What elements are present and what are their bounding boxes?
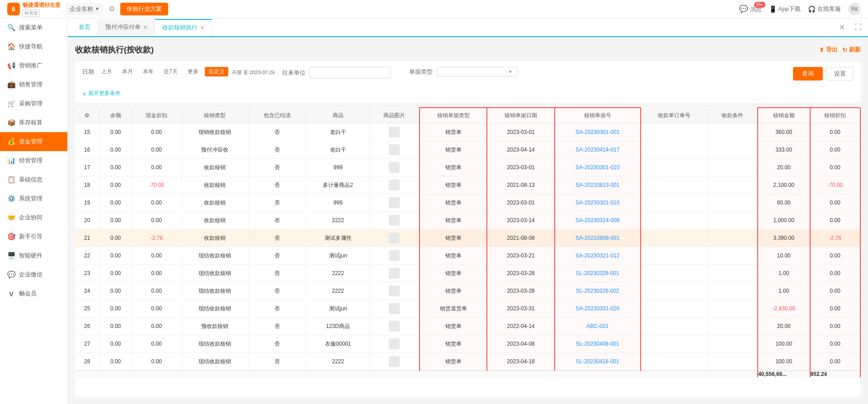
sidebar-item-sales[interactable]: 💼 销售管理 (0, 75, 67, 94)
message-button[interactable]: 💬 99+ 消息 (739, 5, 762, 14)
partner-input[interactable] (309, 67, 391, 78)
voucher-no-link[interactable]: SL-20230328-001 (576, 270, 619, 276)
voucher-no-link[interactable]: SA-20210813-001 (576, 182, 619, 188)
marketing-icon: 📢 (7, 62, 15, 70)
company-selector[interactable]: 企业名称 ▼ (66, 3, 103, 15)
sidebar: 🔍 搜索菜单 🏠 快捷导航 📢 营销推广 💼 销售管理 🛒 采购管理 📦 库存核… (0, 18, 68, 404)
cell-collection-cond (708, 282, 758, 300)
sidebar-item-hardware[interactable]: 🖥️ 智能硬件 (0, 246, 67, 265)
window-maximize-button[interactable]: ⛶ (852, 21, 864, 33)
cell-voucher-no[interactable]: SA-20230301-010 (555, 194, 641, 212)
cell-voucher-no[interactable]: SA-20230414-017 (555, 141, 641, 159)
date-opt-this-month[interactable]: 本月 (118, 67, 137, 76)
tab-close-icon[interactable]: ✕ (143, 24, 147, 30)
logo-icon: 6 (7, 3, 20, 15)
sidebar-item-enterprise[interactable]: 🤝 企业协同 (0, 208, 67, 227)
col-header-gear[interactable]: ⚙ (75, 108, 99, 124)
date-options: 上月 本月 本年 近7天 更多 自定义 (98, 67, 228, 76)
col-header-goods-img: 商品图片 (369, 108, 420, 124)
table-row: 27 0.00 0.00 现结收款核销 否 衣服00001 销货单 2023-0… (75, 335, 860, 353)
cell-goods-img (369, 353, 420, 371)
cell-collection-cond (708, 335, 758, 353)
cell-voucher-no[interactable]: SL-20230408-001 (555, 335, 641, 353)
cell-voucher-type: 销货单 (420, 335, 487, 353)
sidebar-item-inventory[interactable]: 📦 库存核算 (0, 113, 67, 132)
cell-voucher-no[interactable]: SA-20230331-026 (555, 300, 641, 318)
cell-voucher-no[interactable]: SL-20230328-001 (555, 265, 641, 282)
voucher-no-link[interactable]: SA-20230331-026 (576, 305, 619, 312)
cell-voucher-no[interactable]: SL-20230328-002 (555, 282, 641, 300)
expand-more-button[interactable]: ∨ 展开更多条件 (82, 90, 854, 97)
cell-voucher-no[interactable]: SA-20210813-001 (555, 176, 641, 194)
industry-button[interactable]: 休验行业方案 (120, 3, 168, 15)
cell-discount: 0.00 (810, 265, 860, 282)
voucher-no-link[interactable]: SA-20230301-010 (576, 164, 619, 171)
cell-goods-img (369, 124, 420, 141)
cell-balance: 0.00 (99, 141, 132, 159)
sidebar-item-purchase[interactable]: 🛒 采购管理 (0, 94, 67, 113)
sidebar-item-quicknav[interactable]: 🏠 快捷导航 (0, 37, 67, 56)
voucher-no-link[interactable]: SL-20230328-002 (576, 288, 619, 294)
window-close-button[interactable]: ✕ (835, 21, 848, 33)
refresh-icon: ↻ (842, 47, 847, 53)
cell-voucher-no[interactable]: SA-20230314-008 (555, 212, 641, 229)
sidebar-item-operations[interactable]: 📊 经营管理 (0, 151, 67, 170)
user-avatar[interactable]: Rit (848, 3, 861, 15)
sidebar-item-label: 系统管理 (19, 195, 42, 203)
cell-amount: 20.00 (758, 159, 810, 176)
tab-collection[interactable]: 收款核销执行 ✕ (155, 19, 212, 35)
cell-voucher-date: 2023-03-21 (487, 247, 554, 265)
sidebar-item-marketing[interactable]: 📢 营销推广 (0, 56, 67, 75)
cell-goods: 测试jun (307, 247, 369, 265)
voucher-no-link[interactable]: SA-20230321-012 (576, 252, 619, 259)
sidebar-item-basic[interactable]: 📋 基础信息 (0, 170, 67, 189)
date-opt-more[interactable]: 更多 (184, 67, 202, 76)
cell-goods: 衣服00001 (307, 335, 369, 353)
settings-button[interactable]: 设置 (826, 67, 854, 81)
voucher-no-link[interactable]: SA-20230301-010 (576, 200, 619, 206)
cell-collection-order (641, 300, 708, 318)
cell-collection-cond (708, 141, 758, 159)
tab-close-icon[interactable]: ✕ (200, 25, 204, 31)
cell-collection-order (641, 318, 708, 335)
sidebar-item-system[interactable]: ⚙️ 系统管理 (0, 189, 67, 208)
sidebar-item-wechat[interactable]: 💬 企业微信 (0, 265, 67, 284)
sidebar-item-member[interactable]: V 畅会员 (0, 284, 67, 303)
voucher-no-link[interactable]: SL-20230408-001 (576, 341, 619, 347)
gear-settings-icon[interactable]: ⚙ (108, 5, 115, 13)
cell-goods-img (369, 141, 420, 159)
date-opt-custom[interactable]: 自定义 (205, 67, 228, 76)
sidebar-item-finance[interactable]: 💰 资金管理 (0, 132, 67, 151)
voucher-no-link[interactable]: SA-20230314-008 (576, 217, 619, 223)
tab-home[interactable]: 首页 (71, 19, 98, 35)
voucher-no-link[interactable]: SA-20210808-001 (576, 235, 619, 241)
cell-voucher-no[interactable]: ABC-001 (555, 318, 641, 335)
export-button[interactable]: ⬆ 导出 (819, 46, 838, 54)
voucher-type-select[interactable]: ▼ (436, 67, 518, 76)
data-table-container: ⚙ 余额 现金折扣 核销类型 包含已结清 商品 商品图片 核销单据类型 核销单据… (75, 107, 861, 397)
query-button[interactable]: 查询 (793, 67, 823, 81)
filter-bar: 日期 上月 本月 本年 近7天 更多 自定义 不限 至 2023-07-26 往… (75, 62, 861, 103)
voucher-no-link[interactable]: SL-20230418-001 (576, 358, 619, 365)
date-opt-this-year[interactable]: 本年 (139, 67, 157, 76)
cell-goods: 测试jun (307, 300, 369, 318)
cell-voucher-no[interactable]: SA-20210808-001 (555, 229, 641, 247)
cell-voucher-no[interactable]: SA-20230301-001 (555, 124, 641, 141)
refresh-button[interactable]: ↻ 刷新 (842, 46, 861, 54)
cell-voucher-type: 销货单 (420, 229, 487, 247)
voucher-no-link[interactable]: ABC-001 (586, 323, 609, 329)
sidebar-item-label: 销售管理 (19, 81, 42, 89)
sidebar-item-guide[interactable]: 🎯 新手引导 (0, 227, 67, 246)
cell-voucher-no[interactable]: SL-20230418-001 (555, 353, 641, 371)
voucher-no-link[interactable]: SA-20230301-001 (576, 129, 619, 135)
cell-voucher-no[interactable]: SA-20230321-012 (555, 247, 641, 265)
sidebar-item-search[interactable]: 🔍 搜索菜单 (0, 18, 67, 37)
cell-voucher-no[interactable]: SA-20230301-010 (555, 159, 641, 176)
app-download-button[interactable]: 📱 App下载 (769, 5, 801, 13)
cell-collection-order (641, 282, 708, 300)
voucher-no-link[interactable]: SA-20230414-017 (576, 147, 619, 153)
online-service-button[interactable]: 🎧 在线客服 (808, 5, 841, 13)
date-opt-last-month[interactable]: 上月 (98, 67, 116, 76)
date-opt-7days[interactable]: 近7天 (160, 67, 181, 76)
tab-prepaid[interactable]: 预付冲应付单 ✕ (98, 19, 155, 35)
